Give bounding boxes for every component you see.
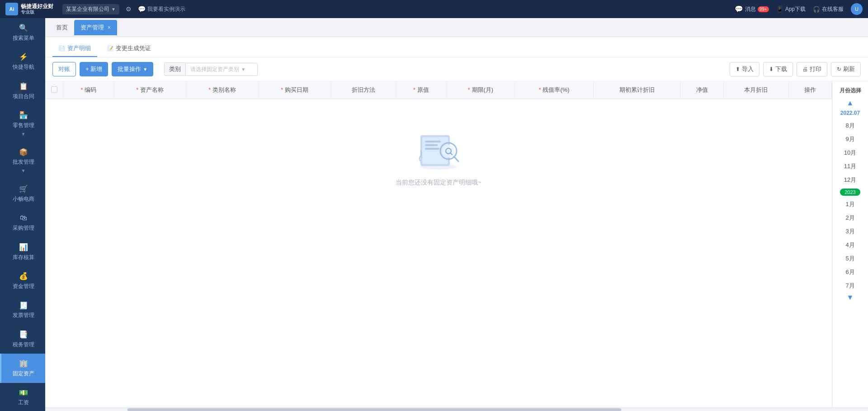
month-panel-title: 月份选择 — [837, 85, 864, 96]
tax-icon: 📑 — [19, 330, 28, 340]
batch-button[interactable]: 批量操作 ▼ — [112, 62, 153, 76]
toolbar: 对账 + 新增 批量操作 ▼ 类别 请选择固定资产类别 ▼ — [45, 57, 868, 81]
month-item-jul[interactable]: 7月 — [832, 279, 868, 293]
sidebar-item-purchase-mgmt[interactable]: 🛍 采购管理 — [0, 208, 45, 237]
company-name: 某某企业有限公司 — [66, 5, 109, 13]
month-item-nov[interactable]: 11月 — [832, 160, 868, 173]
search-menu-icon: 🔍 — [19, 24, 28, 33]
sub-tab-change-voucher[interactable]: 📝 变更生成凭证 — [101, 42, 157, 57]
month-item-dec[interactable]: 12月 — [832, 173, 868, 187]
sidebar-item-batch-mgmt[interactable]: 📦 批发管理 ▼ — [0, 142, 45, 179]
col-depreciation-method: 折旧方法 — [331, 81, 396, 99]
print-button[interactable]: 🖨 打印 — [797, 62, 827, 76]
sidebar-item-ecommerce[interactable]: 🛒 小畅电商 — [0, 179, 45, 208]
svg-point-7 — [442, 145, 455, 157]
month-item-jan[interactable]: 1月 — [832, 198, 868, 211]
category-filter[interactable]: 请选择固定资产类别 ▼ — [185, 63, 258, 76]
headset-icon: 🎧 — [813, 6, 820, 13]
match-button[interactable]: 对账 — [52, 62, 76, 76]
retail-icon: 🏪 — [19, 111, 28, 120]
month-item-mar[interactable]: 3月 — [832, 225, 868, 238]
month-item-oct[interactable]: 10月 — [832, 146, 868, 160]
horizontal-scrollbar[interactable] — [45, 407, 868, 411]
month-item-feb[interactable]: 2月 — [832, 211, 868, 225]
settings-button[interactable]: ⚙ — [124, 4, 133, 14]
invoice-icon: 🧾 — [19, 301, 28, 311]
import-button[interactable]: ⬆ 导入 — [730, 62, 760, 76]
download-icon: ⬇ — [769, 66, 774, 72]
inventory-icon: 📊 — [19, 243, 28, 252]
sidebar-item-invoice-mgmt[interactable]: 🧾 发票管理 — [0, 296, 45, 325]
svg-line-8 — [454, 156, 458, 161]
col-operation: 操作 — [788, 81, 831, 99]
sidebar-item-search-menu[interactable]: 🔍 搜索菜单 — [0, 18, 45, 47]
svg-rect-3 — [425, 141, 441, 142]
month-item-jun[interactable]: 6月 — [832, 265, 868, 279]
download-button[interactable]: ⬇ 下载 — [763, 62, 793, 76]
sidebar-item-salary[interactable]: 💵 工资 — [0, 383, 45, 411]
svg-rect-4 — [425, 144, 438, 146]
scrollbar-thumb[interactable] — [127, 408, 621, 411]
col-purchase-date: * 购买日期 — [259, 81, 331, 99]
col-original-value: * 原值 — [396, 81, 446, 99]
sidebar-item-retail-mgmt[interactable]: 🏪 零售管理 ▼ — [0, 105, 45, 142]
sub-tab-asset-detail-label: 资产明细 — [67, 44, 91, 52]
sidebar-item-label: 发票管理 — [13, 312, 34, 319]
app-title: 畅捷通好业财 — [21, 3, 53, 9]
col-checkbox — [45, 81, 63, 99]
online-service-button[interactable]: 🎧 在线客服 — [813, 5, 844, 13]
sidebar-item-quick-nav[interactable]: ⚡ 快捷导航 — [0, 47, 45, 76]
year-2023-badge[interactable]: 2023 — [840, 189, 860, 196]
sub-tab-asset-detail[interactable]: 📄 资产明细 — [52, 42, 97, 57]
asset-table: * 编码 * 资产名称 * 类别名称 * 购买日期 折旧方法 * 原值 * 期限… — [45, 81, 832, 214]
month-panel: 月份选择 ▲ 2022.07 8月 9月 10月 11月 12月 2023 1月… — [832, 81, 868, 407]
tab-asset-mgmt[interactable]: 资产管理 × — [74, 20, 117, 35]
message-icon: 💬 — [735, 5, 743, 13]
col-period-months: * 期限(月) — [446, 81, 515, 99]
sidebar-item-inventory[interactable]: 📊 库存核算 — [0, 237, 45, 266]
month-item-sep[interactable]: 9月 — [832, 132, 868, 146]
filter-dropdown-arrow: ▼ — [241, 67, 245, 72]
filter-label: 类别 — [164, 62, 185, 76]
sidebar-item-finance-mgmt[interactable]: 💰 资金管理 — [0, 266, 45, 295]
phone-icon: 📱 — [776, 6, 783, 13]
match-label: 对账 — [58, 65, 70, 73]
sidebar-item-label: 采购管理 — [13, 225, 34, 232]
demo-link[interactable]: 💬 我要看实例演示 — [138, 5, 185, 13]
app-brand: Ai 畅捷通好业财 专业版 — [5, 3, 53, 15]
project-icon: 📋 — [19, 82, 28, 91]
svg-rect-5 — [425, 148, 439, 150]
toolbar-left: 对账 + 新增 批量操作 ▼ — [52, 62, 153, 76]
batch-arrow: ▼ — [21, 168, 26, 174]
tab-home[interactable]: 首页 — [50, 20, 74, 35]
sidebar-item-fixed-assets[interactable]: 🏢 固定资产 — [0, 354, 45, 383]
month-item-aug[interactable]: 8月 — [832, 119, 868, 132]
user-avatar[interactable]: U — [851, 3, 863, 15]
sidebar-item-label: 资金管理 — [13, 283, 34, 290]
sidebar-item-tax-mgmt[interactable]: 📑 税务管理 — [0, 325, 45, 354]
add-button[interactable]: + 新增 — [80, 62, 108, 76]
demo-icon: 💬 — [138, 5, 146, 13]
top-bar: Ai 畅捷通好业财 专业版 某某企业有限公司 ▼ ⚙ 💬 我要看实例演示 💬 消… — [0, 0, 868, 18]
refresh-button[interactable]: ↻ 刷新 — [831, 62, 861, 76]
company-selector[interactable]: 某某企业有限公司 ▼ — [62, 4, 119, 14]
sidebar-item-project-contract[interactable]: 📋 项目合同 — [0, 76, 45, 105]
app-logo: Ai — [5, 3, 18, 15]
month-item-may[interactable]: 5月 — [832, 252, 868, 265]
sidebar-item-label: 批发管理 — [13, 159, 34, 166]
sidebar-item-label: 快捷导航 — [13, 64, 34, 71]
asset-detail-icon: 📄 — [59, 45, 65, 52]
app-edition: 专业版 — [21, 9, 53, 15]
current-year-display[interactable]: 2022.07 — [838, 108, 863, 118]
month-down-button[interactable]: ▼ — [846, 293, 855, 302]
app-download-button[interactable]: 📱 App下载 — [776, 5, 806, 13]
col-category: * 类别名称 — [186, 81, 259, 99]
messages-button[interactable]: 💬 消息 99+ — [735, 5, 769, 13]
quick-nav-icon: ⚡ — [19, 52, 28, 62]
month-up-button[interactable]: ▲ — [846, 98, 855, 108]
tab-home-label: 首页 — [56, 24, 68, 32]
select-all-checkbox[interactable] — [51, 86, 57, 93]
tab-close-button[interactable]: × — [108, 24, 111, 31]
company-dropdown-arrow: ▼ — [111, 7, 116, 12]
month-item-apr[interactable]: 4月 — [832, 238, 868, 252]
